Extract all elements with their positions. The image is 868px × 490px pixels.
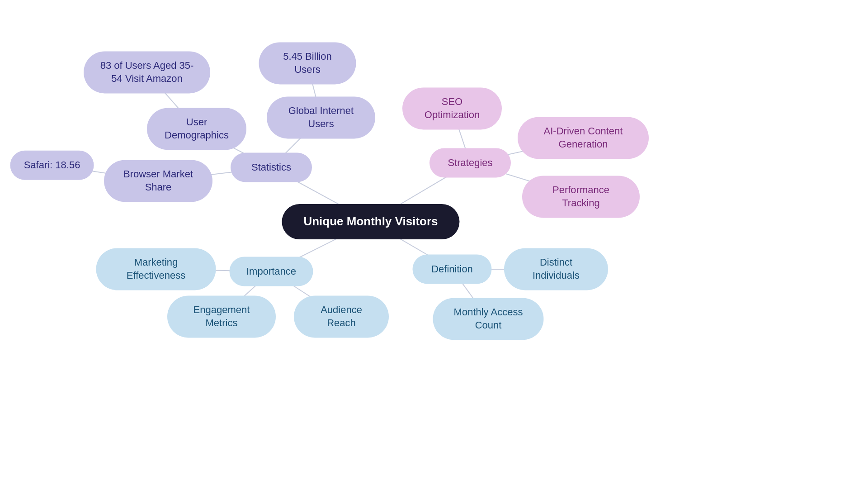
node-engagement-metrics[interactable]: Engagement Metrics — [167, 295, 276, 338]
node-monthly-access-count[interactable]: Monthly Access Count — [433, 298, 544, 340]
node-browser-market-share[interactable]: Browser Market Share — [104, 160, 212, 202]
node-statistics[interactable]: Statistics — [231, 153, 312, 182]
node-global-internet-users[interactable]: Global Internet Users — [267, 96, 375, 138]
node-seo-optimization[interactable]: SEO Optimization — [402, 87, 502, 129]
node-amazon-stat[interactable]: 83 of Users Aged 35-54 Visit Amazon — [84, 51, 210, 93]
node-definition[interactable]: Definition — [413, 255, 492, 284]
node-performance-tracking[interactable]: Performance Tracking — [522, 176, 640, 218]
node-strategies[interactable]: Strategies — [429, 148, 511, 178]
node-importance[interactable]: Importance — [230, 257, 313, 286]
node-user-demographics[interactable]: User Demographics — [147, 108, 246, 150]
node-marketing-effectiveness[interactable]: Marketing Effectiveness — [96, 248, 216, 290]
center-node[interactable]: Unique Monthly Visitors — [282, 204, 459, 239]
mindmap-container: Unique Monthly VisitorsStatisticsUser De… — [0, 0, 868, 490]
node-audience-reach[interactable]: Audience Reach — [294, 295, 389, 338]
node-safari[interactable]: Safari: 18.56 — [10, 151, 94, 180]
node-ai-content[interactable]: AI-Driven Content Generation — [518, 117, 649, 159]
node-5-billion[interactable]: 5.45 Billion Users — [259, 42, 356, 84]
node-distinct-individuals[interactable]: Distinct Individuals — [504, 248, 608, 290]
